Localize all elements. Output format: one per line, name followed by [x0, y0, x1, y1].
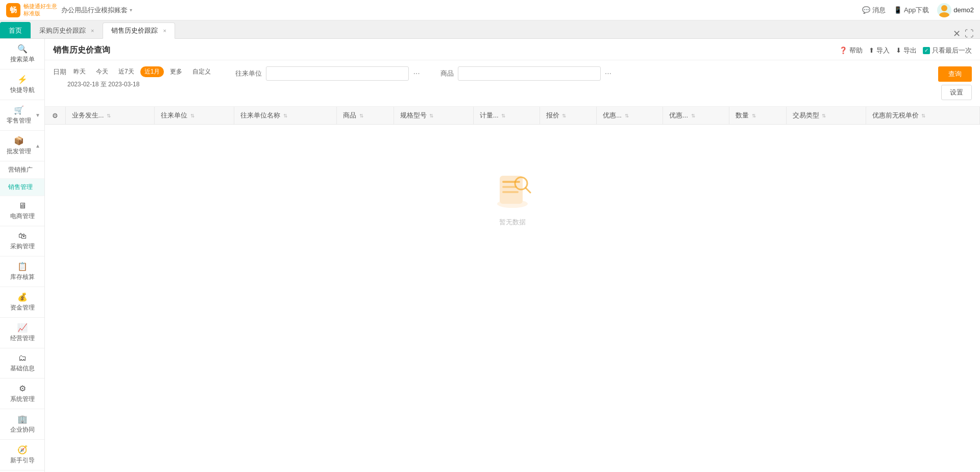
- sort-icon-partner-code: ⇅: [190, 113, 194, 119]
- download-icon: 📱: [894, 6, 902, 14]
- table-col-pretax-price[interactable]: 优惠前无税单价 ⇅: [866, 107, 979, 125]
- data-table: ⚙ 业务发生... ⇅ 往来单位 ⇅ 往来单位名称 ⇅: [45, 107, 980, 125]
- table-col-partner-name[interactable]: 往来单位名称 ⇅: [234, 107, 337, 125]
- sidebar-item-guide[interactable]: 🧭 新手引导: [0, 440, 44, 470]
- partner-label: 往来单位: [235, 69, 262, 78]
- only-last-checkbox-label[interactable]: ✓ 只看最后一次: [923, 46, 972, 55]
- import-icon: ⬆: [869, 46, 874, 54]
- query-button[interactable]: 查询: [938, 66, 972, 82]
- partner-input[interactable]: [266, 66, 409, 81]
- message-action[interactable]: 💬 消息: [862, 6, 886, 15]
- tab-sales-label: 销售历史价跟踪: [111, 26, 158, 35]
- sort-icon-product: ⇅: [359, 113, 363, 119]
- empty-state: 暂无数据: [45, 125, 980, 268]
- logo-text: 畅捷通好生意 标准版: [23, 3, 57, 16]
- sidebar-item-operation[interactable]: 📈 经营管理: [0, 318, 44, 348]
- table-col-partner-code[interactable]: 往来单位 ⇅: [155, 107, 234, 125]
- table-col-discount1[interactable]: 优惠... ⇅: [597, 107, 663, 125]
- sidebar-item-wholesale[interactable]: 📦 批发管理 ▲: [0, 131, 44, 161]
- settings-button[interactable]: 设置: [941, 85, 972, 100]
- sidebar-item-system[interactable]: ⚙ 系统管理: [0, 379, 44, 409]
- finance-icon: 💰: [17, 292, 28, 302]
- only-last-checkbox[interactable]: ✓: [923, 47, 930, 54]
- system-icon: ⚙: [19, 384, 26, 393]
- help-button[interactable]: ❓ 帮助: [839, 46, 863, 55]
- table-col-spec[interactable]: 规格型号 ⇅: [394, 107, 473, 125]
- date-pills: 昨天 今天 近7天 近1月 更多 自定义: [69, 66, 215, 77]
- sidebar-item-sales-mgmt[interactable]: 销售管理: [0, 179, 44, 196]
- sidebar-item-inventory[interactable]: 📋 库存核算: [0, 256, 44, 287]
- sidebar-item-marketing[interactable]: 营销推广: [0, 161, 44, 179]
- tab-home[interactable]: 首页: [0, 22, 31, 38]
- product-input[interactable]: [458, 66, 601, 81]
- page-title: 销售历史价查询: [53, 45, 110, 56]
- table-col-unit[interactable]: 计量... ⇅: [473, 107, 540, 125]
- retail-icon: 🛒: [14, 105, 24, 115]
- filter-area: 日期 昨天 今天 近7天 近1月 更多 自定义 2023-02-18 至 202…: [45, 60, 980, 107]
- date-pill-yesterday[interactable]: 昨天: [69, 66, 90, 77]
- wholesale-expand-icon: ▲: [35, 143, 40, 149]
- help-icon: ❓: [839, 46, 847, 54]
- table-col-qty[interactable]: 数量 ⇅: [729, 107, 786, 125]
- search-icon: 🔍: [17, 44, 28, 54]
- main-layout: 🔍 搜索菜单 ⚡ 快捷导航 🛒 零售管理 ▼ 📦 批发管理 ▲ 营销推广 销售管…: [0, 39, 980, 472]
- filter-row: 日期 昨天 今天 近7天 近1月 更多 自定义 2023-02-18 至 202…: [53, 66, 972, 100]
- date-pill-more[interactable]: 更多: [166, 66, 186, 77]
- product-dots-button[interactable]: ···: [605, 69, 611, 78]
- inventory-icon: 📋: [17, 262, 28, 271]
- app-logo: 畅: [6, 3, 20, 17]
- tab-purchase-label: 采购历史价跟踪: [39, 26, 86, 35]
- table-col-trade-type[interactable]: 交易类型 ⇅: [786, 107, 866, 125]
- date-pill-7days[interactable]: 近7天: [114, 66, 138, 77]
- user-area[interactable]: demo2: [937, 3, 974, 17]
- sidebar-item-finance[interactable]: 💰 资金管理: [0, 287, 44, 318]
- enterprise-icon: 🏢: [17, 414, 28, 424]
- product-label: 商品: [440, 69, 454, 78]
- sidebar-item-search[interactable]: 🔍 搜索菜单: [0, 39, 44, 69]
- sort-icon-discount2: ⇅: [691, 113, 695, 119]
- table-col-biz-date[interactable]: 业务发生... ⇅: [65, 107, 155, 125]
- tab-sales-history[interactable]: 销售历史价跟踪 ×: [103, 22, 175, 39]
- table-col-discount2[interactable]: 优惠... ⇅: [663, 107, 729, 125]
- sort-icon-partner-name: ⇅: [283, 113, 287, 119]
- tab-sales-close[interactable]: ×: [163, 28, 166, 34]
- sort-icon-trade-type: ⇅: [822, 113, 826, 119]
- svg-rect-4: [502, 181, 520, 183]
- tab-purchase-history[interactable]: 采购历史价跟踪 ×: [31, 22, 103, 38]
- sidebar-item-basic[interactable]: 🗂 基础信息: [0, 348, 44, 379]
- tab-purchase-close[interactable]: ×: [91, 28, 94, 34]
- date-pill-today[interactable]: 今天: [92, 66, 112, 77]
- export-icon: ⬇: [896, 46, 901, 54]
- table-col-quote[interactable]: 报价 ⇅: [540, 107, 596, 125]
- date-pill-custom[interactable]: 自定义: [188, 66, 215, 77]
- empty-text: 暂无数据: [499, 218, 526, 227]
- close-all-tabs-button[interactable]: ✕: [953, 29, 961, 38]
- sidebar: 🔍 搜索菜单 ⚡ 快捷导航 🛒 零售管理 ▼ 📦 批发管理 ▲ 营销推广 销售管…: [0, 39, 45, 472]
- content-area: 销售历史价查询 ❓ 帮助 ⬆ 导入 ⬇ 导出 ✓ 只看最后一次: [45, 39, 980, 472]
- sidebar-item-purchase[interactable]: 🛍 采购管理: [0, 226, 44, 256]
- app-selector[interactable]: 办公用品行业模拟账套 ▾: [61, 6, 132, 15]
- sidebar-item-retail[interactable]: 🛒 零售管理 ▼: [0, 100, 44, 131]
- operation-icon: 📈: [17, 323, 28, 333]
- sidebar-item-ecommerce[interactable]: 🖥 电商管理: [0, 196, 44, 226]
- export-button[interactable]: ⬇ 导出: [896, 46, 917, 55]
- svg-point-1: [939, 12, 949, 17]
- date-range-display: 2023-02-18 至 2023-03-18: [67, 80, 215, 89]
- svg-rect-5: [502, 186, 517, 188]
- sidebar-item-enterprise[interactable]: 🏢 企业协同: [0, 409, 44, 440]
- date-pill-1month[interactable]: 近1月: [140, 66, 164, 77]
- table-col-product[interactable]: 商品 ⇅: [337, 107, 394, 125]
- fullscreen-button[interactable]: ⛶: [965, 29, 974, 38]
- sort-icon-quote: ⇅: [562, 113, 566, 119]
- sidebar-item-shortcut[interactable]: ⚡ 快捷导航: [0, 69, 44, 100]
- import-button[interactable]: ⬆ 导入: [869, 46, 890, 55]
- page-header: 销售历史价查询 ❓ 帮助 ⬆ 导入 ⬇ 导出 ✓ 只看最后一次: [45, 39, 980, 60]
- table-col-gear[interactable]: ⚙: [45, 107, 65, 125]
- tab-bar: 首页 采购历史价跟踪 × 销售历史价跟踪 × ✕ ⛶: [0, 20, 980, 39]
- top-bar: 畅 畅捷通好生意 标准版 办公用品行业模拟账套 ▾ 💬 消息 📱 App下载 d…: [0, 0, 980, 20]
- empty-illustration: [489, 166, 535, 211]
- download-app-action[interactable]: 📱 App下载: [894, 6, 929, 15]
- retail-expand-icon: ▼: [35, 112, 40, 118]
- top-bar-left: 畅 畅捷通好生意 标准版 办公用品行业模拟账套 ▾: [6, 3, 132, 17]
- partner-dots-button[interactable]: ···: [413, 69, 420, 78]
